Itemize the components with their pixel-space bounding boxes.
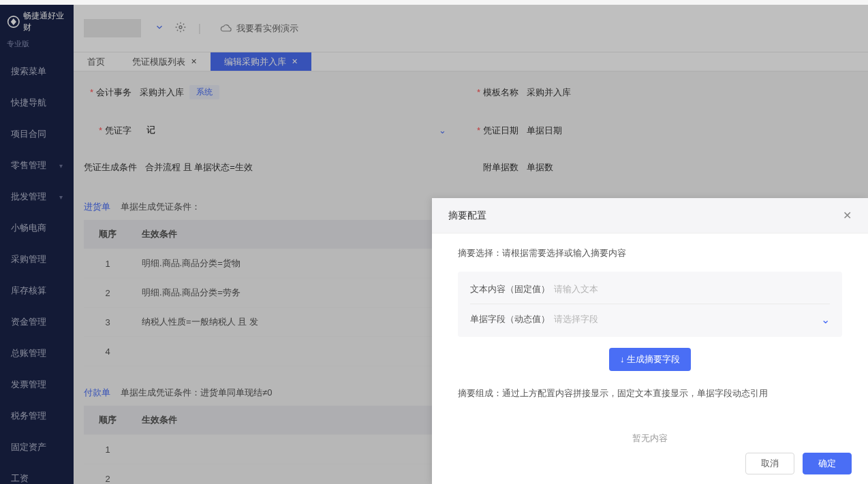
field-placeholder: 请选择字段 [554, 313, 821, 325]
modal-body: 摘要选择：请根据需要选择或输入摘要内容 文本内容（固定值） 请输入文本 单据字段… [432, 233, 868, 443]
text-input-row[interactable]: 文本内容（固定值） 请输入文本 [470, 274, 830, 304]
generate-button[interactable]: 生成摘要字段 [609, 348, 691, 371]
input-group: 文本内容（固定值） 请输入文本 单据字段（动态值） 请选择字段 ⌄ [458, 272, 842, 337]
modal-header: 摘要配置 ✕ [432, 198, 868, 233]
text-label: 文本内容（固定值） [470, 283, 550, 295]
modal-title: 摘要配置 [448, 210, 486, 222]
empty-state: 暂无内容 [458, 412, 842, 443]
ok-button[interactable]: 确定 [803, 453, 852, 474]
select-hint: 摘要选择：请根据需要选择或输入摘要内容 [458, 247, 842, 259]
field-label: 单据字段（动态值） [470, 313, 550, 325]
field-select-row[interactable]: 单据字段（动态值） 请选择字段 ⌄ [470, 304, 830, 334]
modal-footer: 取消 确定 [432, 443, 868, 484]
compose-hint: 摘要组成：通过上方配置内容拼接显示，固定文本直接显示，单据字段动态引用 [458, 387, 842, 400]
chevron-down-icon: ⌄ [821, 313, 830, 326]
summary-config-modal: 摘要配置 ✕ 摘要选择：请根据需要选择或输入摘要内容 文本内容（固定值） 请输入… [432, 198, 868, 484]
text-placeholder: 请输入文本 [554, 283, 830, 295]
cancel-button[interactable]: 取消 [745, 453, 794, 474]
close-icon[interactable]: ✕ [843, 209, 852, 222]
